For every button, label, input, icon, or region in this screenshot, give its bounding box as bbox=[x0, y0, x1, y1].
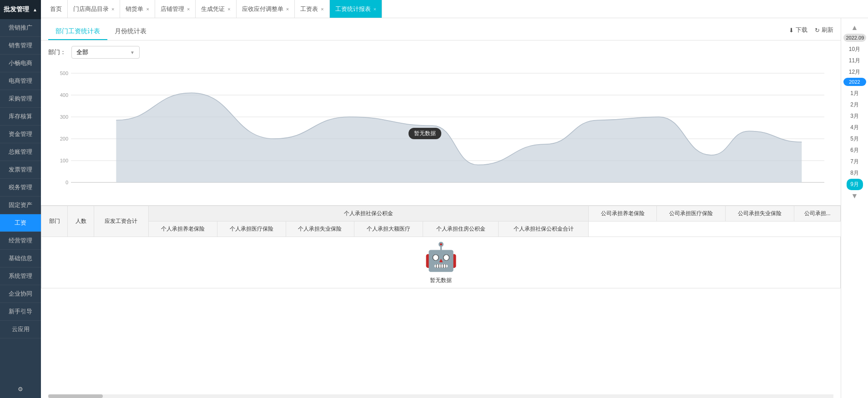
sidebar-item-jygl[interactable]: 经营管理 bbox=[0, 232, 41, 250]
tab-dept-stats[interactable]: 部门工资统计表 bbox=[48, 24, 107, 40]
close-icon-produce_voucher[interactable]: × bbox=[227, 6, 230, 12]
settings-button[interactable]: ⚙ bbox=[0, 380, 41, 398]
sidebar-header[interactable]: 批发管理 ▲ bbox=[0, 0, 41, 19]
no-data-row: 🤖 暂无数据 bbox=[41, 237, 841, 288]
timeline-up-nav[interactable]: ▲ bbox=[849, 22, 860, 34]
col-total-salary: 应发工资合计 bbox=[94, 206, 149, 237]
no-data-container: 🤖 暂无数据 bbox=[46, 241, 836, 284]
timeline-month-12月[interactable]: 12月 bbox=[849, 66, 860, 78]
tab-sales_order[interactable]: 销货单× bbox=[120, 0, 155, 18]
sidebar-item-xydsh[interactable]: 小畅电商 bbox=[0, 55, 41, 72]
sidebar-item-kchs[interactable]: 库存核算 bbox=[0, 108, 41, 126]
tab-produce_voucher[interactable]: 生成凭证× bbox=[196, 0, 236, 18]
sidebar-item-zzgl[interactable]: 总账管理 bbox=[0, 143, 41, 161]
content-area: 部门工资统计表 月份统计表 ⬇ 下载 ↻ 刷新 部门： bbox=[41, 18, 868, 398]
timeline-month-1月[interactable]: 1月 bbox=[847, 88, 863, 99]
close-icon-store_catalog[interactable]: × bbox=[111, 6, 114, 12]
sidebar-item-cggl[interactable]: 采购管理 bbox=[0, 90, 41, 108]
chevron-down-icon: ▼ bbox=[130, 50, 135, 55]
horizontal-scrollbar[interactable] bbox=[48, 394, 833, 398]
refresh-button[interactable]: ↻ 刷新 bbox=[815, 26, 833, 34]
close-icon-payroll_stats[interactable]: × bbox=[373, 6, 376, 12]
col-dept: 部门 bbox=[41, 206, 68, 237]
tab-ar_ap[interactable]: 应收应付调整单× bbox=[237, 0, 295, 18]
sidebar-item-xtgl[interactable]: 系统管理 bbox=[0, 267, 41, 285]
main-area: 首页门店商品目录×销货单×店铺管理×生成凭证×应收应付调整单×工资表×工资统计报… bbox=[41, 0, 868, 398]
col-company-pension: 公司承担养老保险 bbox=[588, 206, 657, 222]
timeline-month-2月[interactable]: 2月 bbox=[847, 99, 863, 111]
timeline-month-4月[interactable]: 4月 bbox=[847, 122, 863, 133]
col-personal-medical: 个人承担医疗保险 bbox=[217, 222, 286, 237]
tab-payroll[interactable]: 工资表× bbox=[295, 0, 329, 18]
download-button[interactable]: ⬇ 下载 bbox=[789, 26, 807, 34]
timeline-month-3月[interactable]: 3月 bbox=[847, 111, 863, 122]
tab-actions: ⬇ 下载 ↻ 刷新 bbox=[789, 26, 833, 38]
data-table: 部门 人数 应发工资合计 个人承担社保公积金 公司承担养老保险 公司承担医疗保险… bbox=[41, 206, 841, 288]
table-area[interactable]: 部门 人数 应发工资合计 个人承担社保公积金 公司承担养老保险 公司承担医疗保险… bbox=[41, 205, 841, 394]
download-icon: ⬇ bbox=[789, 27, 794, 34]
settings-icon: ⚙ bbox=[18, 386, 23, 393]
department-value: 全部 bbox=[76, 48, 88, 56]
timeline-month-10月[interactable]: 10月 bbox=[849, 44, 860, 55]
chart-tooltip: 暂无数据 bbox=[409, 128, 441, 139]
col-personal-housing: 个人承担住房公积金 bbox=[423, 222, 499, 237]
filter-row: 部门： 全部 ▼ bbox=[41, 40, 841, 64]
timeline-month-active[interactable]: 9月 bbox=[847, 179, 863, 190]
sidebar-item-yxty[interactable]: 营销推广 bbox=[0, 19, 41, 37]
chart-wrapper: 暂无数据 bbox=[48, 64, 833, 201]
col-company-unemployment: 公司承担失业保险 bbox=[726, 206, 794, 222]
close-icon-store_mgmt[interactable]: × bbox=[187, 6, 190, 12]
timeline-year-2022: 2022.09 bbox=[843, 34, 866, 42]
col-company-other: 公司承担... bbox=[794, 206, 841, 222]
timeline-months-2022: 10月11月12月 bbox=[849, 44, 860, 78]
col-count: 人数 bbox=[68, 206, 94, 237]
scrollbar-thumb[interactable] bbox=[48, 394, 103, 398]
tab-label-payroll: 工资表 bbox=[300, 5, 318, 13]
sidebar-item-qyxt[interactable]: 企业协同 bbox=[0, 285, 41, 303]
close-icon-ar_ap[interactable]: × bbox=[286, 6, 289, 12]
sidebar-item-yy[interactable]: 云应用 bbox=[0, 321, 41, 338]
sub-tab-bar: 部门工资统计表 月份统计表 ⬇ 下载 ↻ 刷新 bbox=[41, 18, 841, 40]
col-personal-unemployment: 个人承担失业保险 bbox=[286, 222, 354, 237]
department-select[interactable]: 全部 ▼ bbox=[71, 46, 140, 59]
no-data-text: 暂无数据 bbox=[46, 277, 836, 284]
refresh-label: 刷新 bbox=[822, 26, 833, 34]
col-company-medical: 公司承担医疗保险 bbox=[657, 206, 726, 222]
timeline-down-nav[interactable]: ▼ bbox=[849, 190, 860, 202]
timeline-month-6月[interactable]: 6月 bbox=[847, 145, 863, 156]
col-personal-total: 个人承担社保公积金合计 bbox=[499, 222, 588, 237]
download-label: 下载 bbox=[796, 26, 807, 34]
tab-bar: 首页门店商品目录×销货单×店铺管理×生成凭证×应收应付调整单×工资表×工资统计报… bbox=[41, 0, 868, 18]
col-group-personal: 个人承担社保公积金 bbox=[148, 206, 588, 222]
tab-store_catalog[interactable]: 门店商品目录× bbox=[68, 0, 120, 18]
sidebar-item-fpgl[interactable]: 发票管理 bbox=[0, 161, 41, 179]
tab-home[interactable]: 首页 bbox=[45, 0, 68, 18]
col-personal-pension: 个人承担养老保险 bbox=[148, 222, 217, 237]
tab-label-store_catalog: 门店商品目录 bbox=[73, 5, 109, 13]
timeline-current-year: 2022 bbox=[843, 78, 866, 86]
close-icon-payroll[interactable]: × bbox=[321, 6, 323, 12]
timeline-month-11月[interactable]: 11月 bbox=[849, 55, 860, 66]
tab-store_mgmt[interactable]: 店铺管理× bbox=[155, 0, 196, 18]
sidebar-item-gdzy[interactable]: 固定资产 bbox=[0, 196, 41, 214]
sidebar-title: 批发管理 bbox=[4, 5, 29, 14]
timeline-month-7月[interactable]: 7月 bbox=[847, 156, 863, 167]
sidebar-item-xsgl[interactable]: 销售管理 bbox=[0, 37, 41, 55]
refresh-icon: ↻ bbox=[815, 27, 820, 34]
timeline-month-5月[interactable]: 5月 bbox=[847, 133, 863, 145]
tab-label-ar_ap: 应收应付调整单 bbox=[242, 5, 283, 13]
tab-payroll_stats[interactable]: 工资统计报表× bbox=[330, 0, 382, 18]
sidebar-item-zjgl[interactable]: 资金管理 bbox=[0, 126, 41, 143]
no-data-icon: 🤖 bbox=[46, 241, 836, 273]
sidebar: 批发管理 ▲ 营销推广销售管理小畅电商电商管理采购管理库存核算资金管理总账管理发… bbox=[0, 0, 41, 398]
timeline-month-8月[interactable]: 8月 bbox=[847, 167, 863, 179]
sidebar-item-xsyd[interactable]: 新手引导 bbox=[0, 303, 41, 321]
tab-label-produce_voucher: 生成凭证 bbox=[201, 5, 225, 13]
sidebar-item-jcxx[interactable]: 基础信息 bbox=[0, 250, 41, 267]
tab-label-sales_order: 销货单 bbox=[126, 5, 143, 13]
close-icon-sales_order[interactable]: × bbox=[146, 6, 149, 12]
sidebar-item-gz[interactable]: 工资 bbox=[0, 214, 41, 232]
sidebar-item-dsgll[interactable]: 电商管理 bbox=[0, 72, 41, 90]
tab-month-stats[interactable]: 月份统计表 bbox=[107, 24, 154, 40]
sidebar-item-swgl[interactable]: 税务管理 bbox=[0, 179, 41, 196]
